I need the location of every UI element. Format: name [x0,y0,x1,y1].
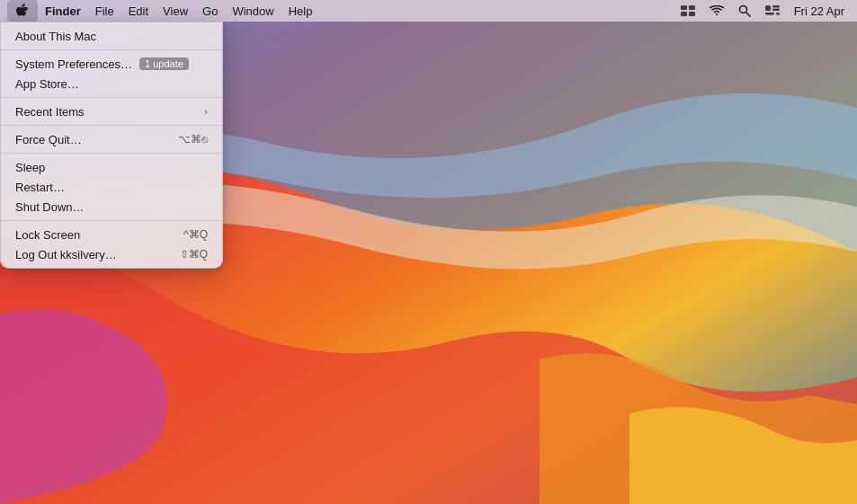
app-store-label: App Store… [15,77,79,91]
restart-label: Restart… [15,181,65,194]
recent-items-item[interactable]: Recent Items › [1,102,222,121]
menubar-file[interactable]: File [88,0,121,22]
separator-1 [1,49,222,50]
log-out-shortcut: ⇧⌘Q [180,248,208,261]
menubar-edit[interactable]: Edit [121,0,156,22]
separator-3 [1,125,222,126]
force-quit-item[interactable]: Force Quit… ⌥⌘⎋ [1,129,222,149]
recent-items-arrow: › [204,106,208,117]
svg-line-6 [746,13,750,16]
menubar-view[interactable]: View [156,0,195,22]
svg-rect-2 [689,5,695,10]
menubar-finder[interactable]: Finder [38,0,88,22]
shut-down-label: Shut Down… [15,200,85,214]
restart-item[interactable]: Restart… [1,177,222,197]
lock-screen-shortcut: ^⌘Q [183,228,208,241]
menubar-left: Finder File Edit View Go Window Help [7,0,319,22]
apple-menu-button[interactable] [7,0,38,22]
log-out-label: Log Out kksilvery… [15,248,117,261]
apple-menu-dropdown: About This Mac System Preferences… 1 upd… [0,22,223,269]
svg-rect-7 [765,5,771,11]
svg-rect-11 [776,13,780,15]
system-preferences-item[interactable]: System Preferences… 1 update [1,54,222,74]
sleep-label: Sleep [15,161,45,174]
about-this-mac-label: About This Mac [15,30,96,43]
search-icon[interactable] [733,0,756,22]
about-this-mac-item[interactable]: About This Mac [1,26,222,46]
svg-rect-9 [772,9,780,12]
menubar-right: Fri 22 Apr [675,0,850,22]
lock-screen-label: Lock Screen [15,228,80,242]
svg-rect-1 [681,5,687,10]
sleep-item[interactable]: Sleep [1,157,222,177]
system-preferences-label: System Preferences… [15,57,132,71]
svg-rect-10 [765,13,774,15]
mission-control-icon[interactable] [675,0,701,22]
log-out-item[interactable]: Log Out kksilvery… ⇧⌘Q [1,244,222,264]
force-quit-label: Force Quit… [15,133,82,146]
control-center-icon[interactable] [760,0,785,22]
menubar: Finder File Edit View Go Window Help [0,0,857,22]
svg-rect-4 [689,12,695,16]
separator-4 [1,153,222,154]
app-store-item[interactable]: App Store… [1,74,222,93]
shut-down-item[interactable]: Shut Down… [1,197,222,217]
menubar-window[interactable]: Window [225,0,281,22]
recent-items-label: Recent Items [15,105,85,119]
menubar-help[interactable]: Help [281,0,320,22]
update-badge: 1 update [139,57,189,70]
menubar-go[interactable]: Go [195,0,225,22]
datetime-display[interactable]: Fri 22 Apr [789,0,850,22]
svg-rect-3 [681,12,687,16]
force-quit-shortcut: ⌥⌘⎋ [178,133,208,146]
svg-point-5 [739,6,746,13]
separator-5 [1,220,222,221]
svg-rect-8 [772,5,780,8]
lock-screen-item[interactable]: Lock Screen ^⌘Q [1,225,222,244]
wifi-icon[interactable] [704,0,729,22]
separator-2 [1,97,222,98]
